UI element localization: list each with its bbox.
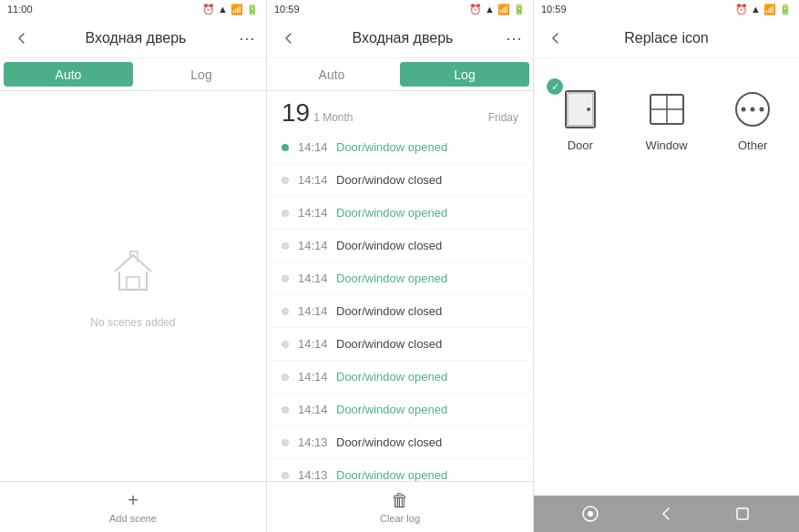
middle-time: 10:59 bbox=[274, 4, 300, 15]
log-dot-gray bbox=[282, 177, 289, 184]
battery-icon: 🔋 bbox=[246, 4, 259, 15]
right-battery-icon: 🔋 bbox=[779, 4, 792, 15]
middle-tab-auto[interactable]: Auto bbox=[267, 58, 396, 90]
wifi-icon: ▲ bbox=[218, 4, 228, 15]
door-icon-cell[interactable]: ✓ Door bbox=[541, 73, 620, 167]
left-tab-bar: Auto Log bbox=[0, 58, 266, 91]
android-nav-bar bbox=[534, 496, 799, 532]
middle-battery-icon: 🔋 bbox=[513, 4, 526, 15]
log-dot-gray bbox=[282, 275, 289, 282]
log-dot-gray bbox=[282, 308, 289, 315]
left-tab-auto[interactable]: Auto bbox=[4, 62, 133, 87]
alarm-icon: ⏰ bbox=[202, 4, 215, 15]
log-date-month: 1 Month bbox=[313, 111, 488, 124]
middle-status-icons: ⏰ ▲ 📶 🔋 bbox=[469, 4, 526, 15]
back-nav-button[interactable] bbox=[655, 503, 677, 525]
middle-header: Входная дверь ⋯ bbox=[267, 18, 533, 58]
window-icon-cell[interactable]: Window bbox=[628, 73, 706, 167]
middle-status-bar: 10:59 ⏰ ▲ 📶 🔋 bbox=[267, 0, 533, 18]
middle-back-button[interactable] bbox=[278, 27, 300, 49]
log-date-number: 19 bbox=[282, 98, 310, 128]
left-back-button[interactable] bbox=[11, 27, 33, 49]
middle-alarm-icon: ⏰ bbox=[469, 4, 482, 15]
log-item: 14:14 Door/window closed bbox=[267, 230, 533, 262]
clear-log-button[interactable]: 🗑 Clear log bbox=[380, 490, 420, 524]
svg-rect-13 bbox=[737, 508, 748, 519]
empty-text: No scenes added bbox=[90, 316, 175, 329]
other-icon-cell[interactable]: Other bbox=[713, 73, 792, 167]
log-item: 14:13 Door/window opened bbox=[267, 459, 533, 481]
middle-signal-icon: 📶 bbox=[497, 4, 510, 15]
svg-point-9 bbox=[751, 107, 755, 112]
signal-icon: 📶 bbox=[230, 4, 243, 15]
middle-wifi-icon: ▲ bbox=[485, 4, 495, 15]
right-status-icons: ⏰ ▲ 📶 🔋 bbox=[735, 4, 792, 15]
left-tab-log[interactable]: Log bbox=[137, 58, 266, 90]
right-signal-icon: 📶 bbox=[763, 4, 776, 15]
log-dot-gray bbox=[282, 341, 289, 348]
log-item: 14:14 Door/window opened bbox=[267, 394, 533, 426]
middle-panel: 10:59 ⏰ ▲ 📶 🔋 Входная дверь ⋯ Auto Log 1… bbox=[267, 0, 534, 532]
log-date-header: 19 1 Month Friday bbox=[267, 91, 533, 131]
add-scene-label: Add scene bbox=[109, 513, 157, 524]
right-header: Replace icon bbox=[534, 18, 799, 58]
left-bottom-bar: + Add scene bbox=[0, 481, 266, 532]
clear-icon: 🗑 bbox=[391, 490, 409, 511]
middle-tab-log[interactable]: Log bbox=[400, 62, 529, 87]
left-status-icons: ⏰ ▲ 📶 🔋 bbox=[202, 4, 259, 15]
icon-grid: ✓ Door Window Other bbox=[534, 58, 799, 496]
log-dot-gray bbox=[282, 472, 289, 479]
middle-tab-bar: Auto Log bbox=[267, 58, 533, 91]
left-panel: 11:00 ⏰ ▲ 📶 🔋 Входная дверь ⋯ Auto Log bbox=[0, 0, 267, 532]
right-time: 10:59 bbox=[541, 4, 567, 15]
add-icon: + bbox=[128, 490, 138, 511]
other-label: Other bbox=[738, 138, 768, 152]
log-item: 14:14 Door/window closed bbox=[267, 295, 533, 328]
log-item: 14:13 Door/window closed bbox=[267, 426, 533, 459]
log-dot-gray bbox=[282, 406, 289, 414]
log-item: 14:14 Door/window closed bbox=[267, 328, 533, 361]
recents-nav-button[interactable] bbox=[732, 503, 753, 525]
middle-header-title: Входная дверь bbox=[353, 30, 454, 46]
add-scene-button[interactable]: + Add scene bbox=[109, 490, 157, 524]
svg-point-12 bbox=[588, 511, 593, 517]
log-item: 14:14 Door/window opened bbox=[267, 131, 533, 164]
left-empty-state: No scenes added bbox=[0, 91, 266, 481]
window-label: Window bbox=[645, 138, 687, 152]
middle-bottom-bar: 🗑 Clear log bbox=[267, 481, 533, 532]
log-dot-gray bbox=[282, 242, 289, 250]
svg-point-10 bbox=[760, 107, 764, 112]
log-content: 19 1 Month Friday 14:14 Door/window open… bbox=[267, 91, 533, 481]
svg-point-3 bbox=[587, 107, 590, 111]
middle-more-button[interactable]: ⋯ bbox=[506, 28, 522, 48]
log-date-weekday: Friday bbox=[488, 111, 518, 124]
left-header-title: Входная дверь bbox=[86, 30, 187, 46]
left-time: 11:00 bbox=[7, 4, 33, 15]
log-item: 14:14 Door/window opened bbox=[267, 197, 533, 230]
right-alarm-icon: ⏰ bbox=[735, 4, 748, 15]
home-nav-button[interactable] bbox=[579, 503, 601, 525]
svg-point-8 bbox=[742, 107, 746, 112]
log-dot-gray bbox=[282, 439, 289, 446]
empty-house-icon bbox=[106, 244, 160, 309]
left-status-bar: 11:00 ⏰ ▲ 📶 🔋 bbox=[0, 0, 266, 18]
right-panel: 10:59 ⏰ ▲ 📶 🔋 Replace icon ✓ bbox=[534, 0, 799, 532]
left-more-button[interactable]: ⋯ bbox=[239, 28, 255, 48]
left-header: Входная дверь ⋯ bbox=[0, 18, 266, 58]
log-dot-green bbox=[282, 144, 289, 151]
log-item: 14:14 Door/window closed bbox=[267, 164, 533, 197]
log-dot-gray bbox=[282, 210, 289, 217]
svg-rect-0 bbox=[127, 277, 139, 290]
clear-log-label: Clear log bbox=[380, 513, 420, 524]
right-status-bar: 10:59 ⏰ ▲ 📶 🔋 bbox=[534, 0, 799, 18]
log-dot-gray bbox=[282, 373, 289, 381]
log-item: 14:14 Door/window opened bbox=[267, 361, 533, 394]
right-wifi-icon: ▲ bbox=[751, 4, 761, 15]
log-item: 14:14 Door/window opened bbox=[267, 262, 533, 295]
right-back-button[interactable] bbox=[545, 27, 567, 49]
door-label: Door bbox=[568, 138, 593, 152]
right-header-title: Replace icon bbox=[567, 30, 766, 46]
